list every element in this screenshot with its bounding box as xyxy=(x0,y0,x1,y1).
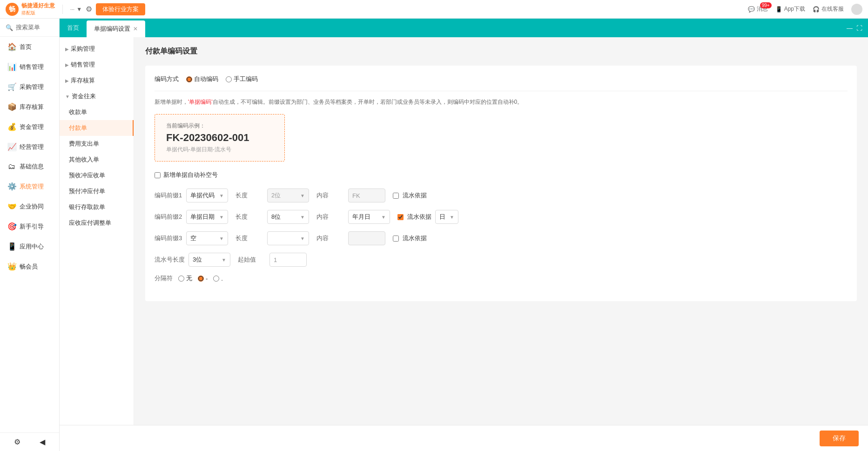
sub-menu-group-purchase: ▶ 采购管理 xyxy=(60,41,134,57)
sidebar-item-home[interactable]: 🏠 首页 xyxy=(0,37,59,57)
logo-icon: 畅 xyxy=(6,3,19,16)
tab-close-icon[interactable]: ✕ xyxy=(133,26,138,32)
message-button[interactable]: 💬 消息 99+ xyxy=(748,5,768,13)
sidebar-collapse-icon[interactable]: ◀ xyxy=(40,438,45,446)
content2-select[interactable]: 年月日 ▼ xyxy=(348,210,390,224)
sidebar-item-system[interactable]: ⚙️ 系统管理 xyxy=(0,176,59,196)
start-value-item: 起始值 xyxy=(238,253,307,267)
sub-menu-item-adjust[interactable]: 应收应付调整单 xyxy=(60,215,134,231)
finance-icon: 💰 xyxy=(7,122,16,131)
sidebar-item-inventory[interactable]: 📦 库存核算 xyxy=(0,97,59,117)
top-bar-right: 💬 消息 99+ 📱 App下载 🎧 在线客服 xyxy=(748,4,862,15)
sidebar-item-partner[interactable]: 🤝 企业协同 xyxy=(0,196,59,216)
top-bar: 畅 畅捷通好生意 搭配版 ··· ▼ ⚙ 体验行业方案 💬 消息 99+ 📱 A… xyxy=(0,0,868,19)
settings-icon[interactable]: ⚙ xyxy=(86,5,92,13)
length1-arrow-icon: ▼ xyxy=(300,193,305,198)
length3-select[interactable]: ▼ xyxy=(267,231,309,245)
sub-menu-item-expense[interactable]: 费用支出单 xyxy=(60,136,134,152)
avatar[interactable] xyxy=(851,4,862,15)
auto-encode-radio[interactable] xyxy=(186,76,192,82)
stream-length-select[interactable]: 3位 ▼ xyxy=(188,253,230,267)
separator-dot-option[interactable]: . xyxy=(213,275,223,282)
length3-item: 长度 ▼ xyxy=(236,231,309,245)
prefix1-label: 编码前缀1 xyxy=(155,191,182,200)
search-menu[interactable]: 🔍 搜索菜单 xyxy=(0,19,59,37)
sub-menu-header-sales[interactable]: ▶ 销售管理 xyxy=(60,57,134,73)
sidebar-item-member[interactable]: 👑 畅会员 xyxy=(0,256,59,276)
partner-icon: 🤝 xyxy=(7,202,16,211)
sub-menu-item-income[interactable]: 其他收入单 xyxy=(60,152,134,168)
main-content: 付款单编码设置 编码方式 自动编码 手工编码 xyxy=(134,37,868,425)
prefix3-arrow-icon: ▼ xyxy=(219,236,224,241)
stream-length-item: 流水号长度 3位 ▼ xyxy=(155,253,230,267)
window-maximize-icon[interactable]: ⛶ xyxy=(856,25,862,32)
stream2-item: 流水依据 日 ▼ xyxy=(397,210,458,224)
separator-dot-radio[interactable] xyxy=(213,276,219,282)
manual-encode-option[interactable]: 手工编码 xyxy=(226,75,258,83)
tab-home[interactable]: 首页 xyxy=(60,19,87,37)
app-download-button[interactable]: 📱 App下载 xyxy=(775,5,805,13)
sub-menu-group-capital: ▼ 资金往来 收款单 付款单 费用支出单 其他收入单 预收冲应收单 预付冲应付单… xyxy=(60,88,134,231)
prefix-row-2: 编码前缀2 单据日期 ▼ 长度 8位 ▼ xyxy=(155,210,848,224)
tab-bar: 首页 单据编码设置 ✕ — ⛶ xyxy=(60,19,868,37)
home-icon: 🏠 xyxy=(7,42,16,51)
bottom-bar: 保存 xyxy=(60,425,868,451)
separator-none-option[interactable]: 无 xyxy=(178,274,192,283)
sub-menu-header-purchase[interactable]: ▶ 采购管理 xyxy=(60,41,134,57)
logo-area: 畅 畅捷通好生意 搭配版 xyxy=(6,2,55,16)
auto-fill-label: 新增单据自动补空号 xyxy=(163,171,218,179)
manual-encode-radio[interactable] xyxy=(226,76,232,82)
sub-layout: ▶ 采购管理 ▶ 销售管理 ▶ 库存核算 xyxy=(60,37,868,425)
stream-row: 流水号长度 3位 ▼ 起始值 xyxy=(155,253,848,267)
sidebar-item-guide[interactable]: 🎯 新手引导 xyxy=(0,216,59,236)
nav-dropdown[interactable]: ··· ▼ xyxy=(70,6,82,13)
save-button[interactable]: 保存 xyxy=(820,431,859,446)
page-title: 付款单编码设置 xyxy=(145,47,857,56)
sub-menu-item-prepay-pay[interactable]: 预付冲应付单 xyxy=(60,183,134,199)
info-text: 新增单据时，'单据编码'自动生成，不可编辑。前缀设置为部门、业务员等档案类，开单… xyxy=(155,98,848,107)
stream2-checkbox[interactable] xyxy=(397,214,404,220)
start-value-input[interactable] xyxy=(269,253,307,267)
length1-select[interactable]: 2位 ▼ xyxy=(267,188,309,202)
sub-menu-item-receive[interactable]: 收款单 xyxy=(60,104,134,120)
main-wrapper: 🔍 搜索菜单 🏠 首页 📊 销售管理 🛒 采购管理 📦 库存核算 💰 资金管理 … xyxy=(0,19,868,451)
sidebar-item-operation[interactable]: 📈 经营管理 xyxy=(0,137,59,157)
sidebar-item-sales[interactable]: 📊 销售管理 xyxy=(0,57,59,77)
stream2-unit-select[interactable]: 日 ▼ xyxy=(435,210,458,224)
prefix1-select[interactable]: 单据代码 ▼ xyxy=(186,188,228,202)
sidebar-item-basic[interactable]: 🗂 基础信息 xyxy=(0,157,59,176)
system-icon: ⚙️ xyxy=(7,182,16,191)
window-minimize-icon[interactable]: — xyxy=(847,25,853,32)
sales-icon: 📊 xyxy=(7,62,16,71)
online-service-button[interactable]: 🎧 在线客服 xyxy=(813,5,844,13)
tab-bar-right: — ⛶ xyxy=(847,25,868,32)
sub-menu-header-capital[interactable]: ▼ 资金往来 xyxy=(60,88,134,104)
separator-dash-radio[interactable] xyxy=(198,276,204,282)
stream-length-arrow-icon: ▼ xyxy=(222,257,226,263)
prefix3-select[interactable]: 空 ▼ xyxy=(186,231,228,245)
sidebar-item-apps[interactable]: 📱 应用中心 xyxy=(0,236,59,256)
separator-dash-option[interactable]: - xyxy=(198,275,208,282)
sidebar-settings-icon[interactable]: ⚙ xyxy=(14,438,20,446)
prefix-row-1: 编码前缀1 单据代码 ▼ 长度 2位 ▼ xyxy=(155,188,848,202)
top-bar-left: 畅 畅捷通好生意 搭配版 ··· ▼ ⚙ 体验行业方案 xyxy=(6,2,145,16)
auto-fill-checkbox[interactable] xyxy=(155,172,161,178)
sidebar-item-purchase[interactable]: 🛒 采购管理 xyxy=(0,77,59,97)
prefix2-select[interactable]: 单据日期 ▼ xyxy=(186,210,228,224)
tab-encode[interactable]: 单据编码设置 ✕ xyxy=(87,20,145,37)
separator-none-radio[interactable] xyxy=(178,276,184,282)
content3-input xyxy=(348,231,385,245)
content1-input xyxy=(348,188,385,202)
stream1-checkbox[interactable] xyxy=(393,193,399,199)
sub-menu-item-payment[interactable]: 付款单 xyxy=(60,120,134,136)
sub-menu-header-inventory[interactable]: ▶ 库存核算 xyxy=(60,73,134,88)
length2-select[interactable]: 8位 ▼ xyxy=(267,210,309,224)
sidebar-item-finance[interactable]: 💰 资金管理 xyxy=(0,117,59,137)
prefix1-arrow-icon: ▼ xyxy=(219,193,224,198)
preview-label: 当前编码示例： xyxy=(166,122,273,130)
try-industry-button[interactable]: 体验行业方案 xyxy=(96,3,145,15)
sub-menu-item-prepay-receive[interactable]: 预收冲应收单 xyxy=(60,168,134,183)
stream3-checkbox[interactable] xyxy=(393,236,399,242)
sub-menu-item-bank[interactable]: 银行存取款单 xyxy=(60,199,134,215)
auto-encode-option[interactable]: 自动编码 xyxy=(186,75,218,83)
